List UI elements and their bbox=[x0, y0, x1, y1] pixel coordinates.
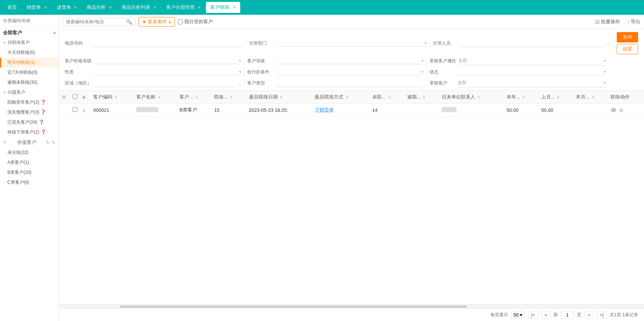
sidebar-item-churned[interactable]: 已流失客户(24) ❓ bbox=[0, 117, 59, 127]
price-grade-select[interactable]: ▾ bbox=[94, 58, 241, 64]
sidebar-item-tomorrow[interactable]: 明天待联络(1) bbox=[0, 58, 59, 68]
value-customers-refresh[interactable]: ↻ bbox=[46, 140, 50, 145]
nav-customer-tier[interactable]: 客户分层经营 ✕ bbox=[162, 2, 206, 13]
sidebar-collapse-icon[interactable]: « bbox=[53, 31, 56, 35]
price-grade-chevron: ▾ bbox=[239, 59, 241, 63]
nav-customer-contact[interactable]: 客户联络 ✕ bbox=[206, 2, 240, 13]
sidebar-item-repurchase[interactable]: 回购异常客户(2) ❓ bbox=[0, 97, 59, 107]
index-column: # bbox=[80, 91, 91, 104]
sidebar-group-pending[interactable]: 待联络客户 bbox=[0, 38, 59, 48]
table-container: ⚙ # 客户编码 ⇅ 客户名称 ⇅ 客户... ⇅ 联络... ⇅ 最后联络日期… bbox=[59, 91, 644, 304]
next-page-button[interactable]: > bbox=[584, 311, 594, 319]
payment-chevron: ▾ bbox=[421, 70, 423, 74]
last-month-sort-icon: ⇅ bbox=[557, 95, 560, 99]
last-contact-method-column[interactable]: 最后联络方式 ⇅ bbox=[312, 91, 370, 104]
sidebar-item-declining[interactable]: 持续下滑客户(2) ❓ bbox=[0, 127, 59, 137]
nature-label: 性质 bbox=[65, 69, 91, 75]
status-select[interactable]: ▾ bbox=[458, 69, 606, 75]
nature-select[interactable]: ▾ bbox=[93, 69, 241, 75]
retail-attr-select[interactable]: 全部 ▾ bbox=[458, 56, 606, 65]
page-size-label: 每页显示 bbox=[490, 312, 508, 318]
select-all-checkbox[interactable] bbox=[73, 94, 77, 99]
close-customer-contact-tab[interactable]: ✕ bbox=[232, 5, 236, 10]
query-button[interactable]: 查询 bbox=[617, 32, 638, 42]
retail-customer-chevron: ▾ bbox=[604, 81, 606, 85]
sidebar-item-week[interactable]: 近7天待联络(0) bbox=[0, 68, 59, 77]
top-nav: 首页 销货单 ✕ 进货单 ✕ 商品分析 ✕ 商品分析列表 ✕ 客户分层经营 ✕ … bbox=[0, 0, 644, 15]
row-last-contact-method[interactable]: 下销货单 bbox=[312, 104, 370, 117]
close-goods-list-tab[interactable]: ✕ bbox=[153, 5, 157, 10]
row-select-checkbox[interactable] bbox=[73, 107, 77, 112]
this-year-sort-icon: ⇅ bbox=[522, 95, 525, 99]
nav-sales[interactable]: 销货单 ✕ bbox=[22, 2, 52, 13]
sidebar: 🔍 全部客户 « 待联络客户 今天待联络(0) 明天待联络(1) 近7天待联络(… bbox=[0, 15, 59, 321]
phone-filter-input[interactable] bbox=[93, 39, 243, 47]
search-input[interactable] bbox=[66, 19, 125, 24]
close-sales-tab[interactable]: ✕ bbox=[44, 5, 47, 10]
last-month-column[interactable]: 上月... ⇅ bbox=[539, 91, 574, 104]
row-last-month: 50.00 bbox=[539, 104, 574, 117]
price-grade-label: 客户价格等级 bbox=[65, 58, 91, 64]
close-purchase-tab[interactable]: ✕ bbox=[74, 5, 77, 10]
my-customers-check[interactable]: 我分管的客户 bbox=[178, 18, 213, 25]
value-customers-edit[interactable]: ✎ bbox=[52, 140, 56, 145]
settings-column[interactable]: ⚙ bbox=[59, 91, 69, 104]
first-page-button[interactable]: |< bbox=[528, 311, 538, 319]
contact-count-column[interactable]: 联络... ⇅ bbox=[212, 91, 246, 104]
customer-code-column[interactable]: 客户编码 ⇅ bbox=[91, 91, 134, 104]
row-settings[interactable] bbox=[59, 104, 69, 117]
prev-page-button[interactable]: < bbox=[541, 311, 550, 319]
unit-contact-column[interactable]: 往来单位联系人 ⇅ bbox=[440, 91, 504, 104]
sidebar-item-class-a[interactable]: A类客户(1) bbox=[0, 158, 59, 168]
sidebar-item-class-b[interactable]: B类客户(33) bbox=[0, 168, 59, 177]
all-customers-label: 全部客户 bbox=[3, 30, 22, 36]
nav-goods-analysis-list[interactable]: 商品分析列表 ✕ bbox=[117, 2, 161, 13]
customer-grade-select[interactable]: ▾ bbox=[275, 58, 423, 64]
not-contacted-column[interactable]: 未联... ⇅ bbox=[370, 91, 405, 104]
manager-filter-more[interactable]: ... bbox=[607, 41, 611, 46]
search-icon[interactable]: 🔍 bbox=[126, 19, 132, 25]
nav-goods-analysis[interactable]: 商品分析 ✕ bbox=[82, 2, 116, 13]
overdue-column[interactable]: 逾期... ⇅ bbox=[405, 91, 440, 104]
page-size-select[interactable]: 50 ▾ bbox=[511, 311, 525, 319]
region-label: 区域（地区） bbox=[65, 80, 91, 86]
last-page-button[interactable]: >| bbox=[596, 311, 607, 319]
customer-type-column[interactable]: 客户... ⇅ bbox=[177, 91, 212, 104]
row-action-contact-icon[interactable]: ☎ bbox=[610, 107, 616, 113]
this-year-column[interactable]: 本年... ⇅ bbox=[504, 91, 539, 104]
my-customers-checkbox[interactable] bbox=[178, 20, 183, 24]
retail-customer-select[interactable]: 全部 ▾ bbox=[458, 79, 606, 87]
sidebar-item-today[interactable]: 今天待联络(0) bbox=[0, 48, 59, 58]
filter-panel: 电话号码 分管部门 ▾ 分管人员 ... bbox=[59, 29, 644, 91]
page-input[interactable] bbox=[561, 311, 574, 319]
close-customer-tier-tab[interactable]: ✕ bbox=[197, 5, 201, 10]
customer-type-input[interactable] bbox=[275, 79, 423, 87]
sidebar-search-input[interactable] bbox=[3, 18, 58, 23]
dept-filter-select[interactable]: ▾ bbox=[277, 40, 427, 46]
export-button[interactable]: ↑ 导出 bbox=[627, 18, 641, 25]
sidebar-group-problem[interactable]: 问题客户 bbox=[0, 87, 59, 97]
nav-purchase[interactable]: 进货单 ✕ bbox=[52, 2, 82, 13]
sidebar-item-ungrouped[interactable]: 未分组(32) bbox=[0, 148, 59, 158]
batch-operation-button[interactable]: ☑ 批量操作 bbox=[595, 18, 620, 25]
this-month-column[interactable]: 本月... ⇅ bbox=[574, 91, 608, 104]
status-chevron: ▾ bbox=[604, 70, 606, 74]
sidebar-group-value[interactable]: 价值客户 ↻ ✎ bbox=[0, 137, 59, 148]
manager-filter-input[interactable] bbox=[461, 39, 605, 47]
row-action-more-icon[interactable]: ⊞ bbox=[619, 107, 623, 113]
sidebar-item-churn-warning[interactable]: 流失预警客户(3) ❓ bbox=[0, 107, 59, 117]
last-contact-date-column[interactable]: 最后联络日期 ⇅ bbox=[247, 91, 312, 104]
sidebar-item-overdue[interactable]: 逾期未联络(30) bbox=[0, 77, 59, 87]
nav-home[interactable]: 首页 bbox=[3, 2, 21, 13]
row-unit-contact bbox=[440, 104, 504, 117]
payment-select[interactable]: ▾ bbox=[275, 69, 423, 75]
region-more[interactable]: ... bbox=[237, 80, 241, 86]
customer-name-column[interactable]: 客户名称 ⇅ bbox=[134, 91, 177, 104]
sidebar-item-class-c[interactable]: C类客户(6) bbox=[0, 177, 59, 187]
row-customer-name bbox=[134, 104, 177, 117]
filter-more-button[interactable]: ▼ 更多条件 ∧ bbox=[139, 17, 175, 27]
close-goods-analysis-tab[interactable]: ✕ bbox=[109, 5, 112, 10]
reset-button[interactable]: 设置 bbox=[617, 44, 638, 54]
filter-icon: ▼ bbox=[142, 19, 147, 25]
region-input[interactable] bbox=[94, 79, 235, 87]
